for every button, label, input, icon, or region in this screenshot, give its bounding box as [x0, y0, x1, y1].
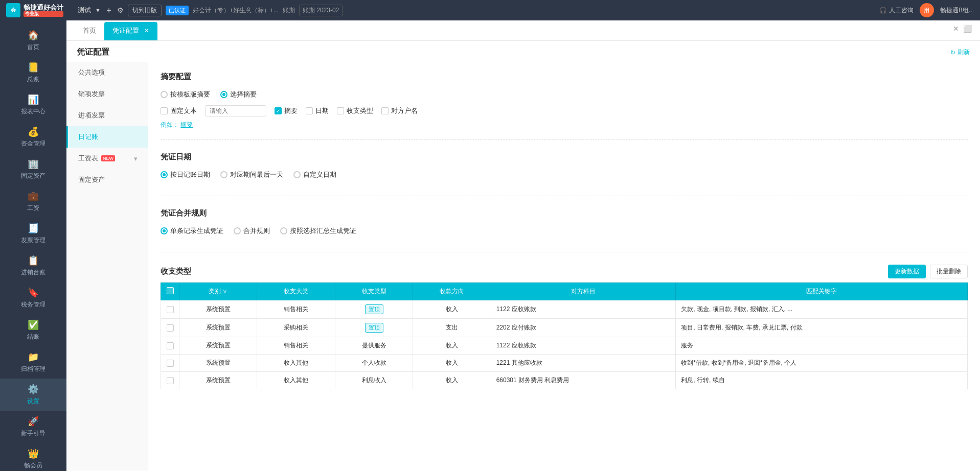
switch-version-button[interactable]: 切到旧版 [128, 5, 162, 16]
header-add-icon[interactable]: ＋ [105, 5, 113, 16]
tab-home[interactable]: 首页 [75, 22, 104, 40]
sidebar-label-ledger: 总账 [27, 75, 39, 84]
service-button[interactable]: 🎧 人工咨询 [879, 6, 914, 15]
window-maximize-icon[interactable]: ⬜ [963, 25, 972, 33]
update-data-button[interactable]: 更新数据 [888, 265, 926, 278]
sidebar-item-settings[interactable]: ⚙️ 设置 [0, 379, 66, 411]
refresh-button[interactable]: ↻ 刷新 [950, 48, 970, 57]
cell-category-4: 系统预置 [179, 372, 257, 389]
radio-template-label: 按模板版摘要 [170, 90, 210, 99]
checkbox-summary[interactable]: ✓ 摘要 [275, 106, 298, 115]
section-income-expense: 收支类型 更新数据 批量删除 类别 ∨ [161, 265, 968, 399]
radio-circle-select [220, 91, 227, 98]
merge-radio-group: 单条记录生成凭证 合并规则 按照选择汇总生成凭证 [161, 226, 968, 236]
tab-voucher-config[interactable]: 凭证配置 ✕ [104, 22, 157, 40]
sidebar-item-salary[interactable]: 💼 工资 [0, 185, 66, 218]
config-menu-purchase-invoice[interactable]: 进项发票 [66, 105, 148, 126]
config-menu-sales-invoice[interactable]: 销项发票 [66, 83, 148, 105]
th-checkbox[interactable] [161, 283, 179, 300]
header-dropdown-icon[interactable]: ▼ [95, 7, 101, 13]
sidebar-item-settle[interactable]: ✅ 结账 [0, 314, 66, 346]
period-badge[interactable]: 账期 2023-02 [299, 5, 343, 16]
radio-circle-journal-date [161, 171, 168, 178]
checkbox-date[interactable]: 日期 [306, 106, 329, 115]
config-layout: 公共选项 销项发票 进项发票 日记账 工资表 NEW ▾ [66, 62, 980, 470]
checkbox-row-2[interactable] [167, 342, 174, 349]
checkbox-row-3[interactable] [167, 360, 174, 367]
sidebar-item-guide[interactable]: 🚀 新手引导 [0, 411, 66, 443]
type-tag-0[interactable]: 置顶 [365, 304, 383, 314]
example-link[interactable]: 摘要 [180, 121, 193, 128]
checkbox-row-1[interactable] [167, 324, 174, 332]
radio-circle-single [161, 227, 168, 234]
sidebar-label-member: 畅会员 [24, 461, 42, 470]
master-checkbox[interactable] [167, 287, 174, 294]
type-tag-1[interactable]: 置顶 [365, 323, 383, 333]
row-checkbox-4[interactable] [161, 372, 179, 389]
tab-close-icon[interactable]: ✕ [144, 27, 149, 34]
radio-journal-date-label: 按日记账日期 [170, 170, 210, 179]
sidebar-item-ledger[interactable]: 📒 总账 [0, 57, 66, 89]
radio-single-label: 单条记录生成凭证 [170, 226, 223, 236]
sidebar-item-reports[interactable]: 📊 报表中心 [0, 89, 66, 121]
radio-merge[interactable]: 合并规则 [234, 226, 270, 236]
row-checkbox-0[interactable] [161, 300, 179, 319]
checkbox-row-0[interactable] [167, 306, 174, 313]
radio-custom-label: 自定义日期 [303, 170, 336, 179]
config-menu-fixed-assets[interactable]: 固定资产 [66, 169, 148, 191]
window-close-icon[interactable]: ✕ [953, 25, 959, 33]
new-badge: NEW [101, 155, 115, 161]
config-menu-journal[interactable]: 日记账 [66, 126, 148, 148]
sidebar-item-invoice[interactable]: 🧾 发票管理 [0, 218, 66, 250]
checkbox-box-summary: ✓ [275, 107, 282, 114]
checkbox-counterpart[interactable]: 对方户名 [381, 106, 418, 115]
checkbox-row-4[interactable] [167, 377, 174, 384]
radio-summary-gen[interactable]: 按照选择汇总生成凭证 [280, 226, 356, 236]
radio-template[interactable]: 按模板版摘要 [161, 90, 210, 99]
fixed-text-label: 固定文本 [170, 106, 197, 115]
checkbox-summary-label: 摘要 [284, 106, 298, 115]
radio-journal-date[interactable]: 按日记账日期 [161, 170, 210, 179]
user-avatar[interactable]: 用 [920, 3, 934, 17]
summary-radio-group: 按模板版摘要 选择摘要 [161, 90, 968, 99]
batch-delete-button[interactable]: 批量删除 [930, 265, 968, 278]
radio-select[interactable]: 选择摘要 [220, 90, 257, 99]
cell-account-2: 1122 应收账款 [491, 337, 676, 355]
sidebar-item-purchase[interactable]: 📋 进销台账 [0, 250, 66, 282]
sidebar-item-archive[interactable]: 📁 归档管理 [0, 346, 66, 379]
checkbox-fixed-text[interactable]: 固定文本 [161, 106, 197, 115]
sidebar-item-funds[interactable]: 💰 资金管理 [0, 121, 66, 153]
sidebar-item-home[interactable]: 🏠 首页 [0, 25, 66, 57]
tax-icon: 🔖 [28, 287, 39, 298]
config-menu-payroll[interactable]: 工资表 NEW ▾ [66, 148, 148, 169]
sidebar-label-archive: 归档管理 [21, 365, 45, 373]
header-gear-icon[interactable]: ⚙ [117, 6, 124, 14]
radio-period-last[interactable]: 对应期间最后一天 [220, 170, 283, 179]
config-menu-public[interactable]: 公共选项 [66, 62, 148, 83]
section-summary-title: 摘要配置 [161, 72, 968, 82]
logo-icon: 会 [6, 3, 20, 17]
cell-keywords-3: 收到*借款, 收到*备用金, 退回*备用金, 个人 [676, 355, 968, 372]
salary-icon: 💼 [28, 191, 39, 202]
checkbox-type-label: 收支类型 [347, 106, 373, 115]
cell-account-3: 1221 其他应收款 [491, 355, 676, 372]
sidebar-item-member[interactable]: 👑 畅会员 [0, 443, 66, 471]
row-checkbox-2[interactable] [161, 337, 179, 355]
radio-circle-period-last [220, 171, 227, 178]
expand-icon[interactable]: ▾ [134, 155, 138, 162]
example-prefix: 例如： [161, 121, 179, 128]
fixed-text-input[interactable] [205, 105, 266, 116]
sidebar-label-home: 首页 [27, 43, 39, 52]
sidebar-item-tax[interactable]: 🔖 税务管理 [0, 282, 66, 314]
radio-custom-date[interactable]: 自定义日期 [293, 170, 336, 179]
sidebar-item-assets[interactable]: 🏢 固定资产 [0, 153, 66, 185]
radio-single[interactable]: 单条记录生成凭证 [161, 226, 223, 236]
row-checkbox-3[interactable] [161, 355, 179, 372]
checkbox-type[interactable]: 收支类型 [337, 106, 373, 115]
username-text[interactable]: 畅捷通B组... [940, 6, 974, 15]
config-panel: 摘要配置 按模板版摘要 选择摘要 [148, 62, 980, 470]
header-module-tab[interactable]: 测试 [78, 6, 91, 15]
cell-keywords-0: 欠款, 现金, 项目款, 到款, 报销款, 汇入, ... [676, 300, 968, 319]
row-checkbox-1[interactable] [161, 319, 179, 337]
member-icon: 👑 [28, 448, 39, 459]
